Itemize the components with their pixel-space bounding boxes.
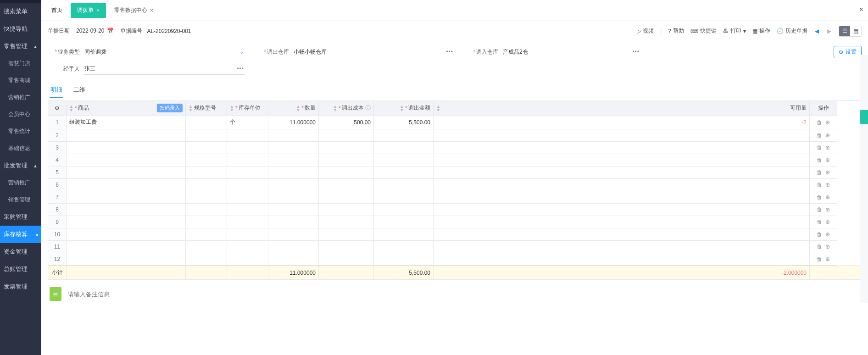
cell[interactable]: 7 bbox=[48, 191, 67, 204]
cell[interactable] bbox=[67, 204, 186, 216]
cell[interactable] bbox=[227, 241, 268, 253]
add-icon[interactable]: ⊕ bbox=[825, 132, 830, 139]
cell[interactable]: 11 bbox=[48, 241, 67, 253]
shortcut-button[interactable]: ⌨快捷键 bbox=[690, 27, 717, 35]
cell[interactable] bbox=[268, 228, 319, 241]
cell[interactable] bbox=[434, 179, 810, 191]
table-row[interactable]: 5🗑 ⊕ bbox=[48, 166, 861, 179]
cell[interactable] bbox=[186, 204, 227, 216]
cell[interactable] bbox=[319, 191, 374, 204]
cell[interactable] bbox=[434, 204, 810, 216]
col-outcost[interactable]: ▲▼*调出成本 ⓘ bbox=[319, 101, 374, 116]
cell[interactable] bbox=[434, 166, 810, 179]
cell[interactable] bbox=[374, 253, 434, 266]
cell[interactable] bbox=[434, 191, 810, 204]
table-row[interactable]: 9🗑 ⊕ bbox=[48, 216, 861, 228]
cell[interactable] bbox=[186, 154, 227, 166]
cell[interactable] bbox=[227, 166, 268, 179]
out-warehouse-select[interactable]: 小畅小畅仓库 ••• bbox=[293, 46, 454, 58]
cell[interactable] bbox=[268, 204, 319, 216]
sidebar-item-retailstats[interactable]: 零售统计 bbox=[0, 123, 41, 140]
scan-badge[interactable]: 扫码录入 bbox=[157, 104, 183, 112]
cell[interactable] bbox=[227, 179, 268, 191]
tab-home[interactable]: 首页 bbox=[45, 3, 69, 18]
cell[interactable]: 2 bbox=[48, 129, 67, 142]
cell[interactable] bbox=[319, 241, 374, 253]
cell[interactable] bbox=[268, 191, 319, 204]
delete-icon[interactable]: 🗑 bbox=[817, 256, 822, 262]
cell[interactable]: 3 bbox=[48, 142, 67, 154]
sidebar-item-inventory[interactable]: 库存核算◂ bbox=[0, 226, 41, 243]
cell[interactable] bbox=[67, 241, 186, 253]
sidebar-group-wholesale[interactable]: 批发管理▲ bbox=[0, 157, 41, 174]
table-row[interactable]: 3🗑 ⊕ bbox=[48, 142, 861, 154]
col-gear[interactable]: ⚙ bbox=[48, 101, 67, 116]
more-icon[interactable]: ••• bbox=[446, 49, 453, 55]
cell[interactable]: 组装加工费 bbox=[67, 116, 186, 129]
cell[interactable] bbox=[227, 253, 268, 266]
cell[interactable] bbox=[374, 179, 434, 191]
cell[interactable] bbox=[186, 142, 227, 154]
cell[interactable] bbox=[268, 166, 319, 179]
add-icon[interactable]: ⊕ bbox=[825, 182, 830, 188]
in-warehouse-select[interactable]: 产成品2仓 ••• bbox=[502, 46, 640, 58]
cell[interactable] bbox=[67, 142, 186, 154]
view-list-icon[interactable]: ☰ bbox=[839, 26, 850, 36]
print-button[interactable]: 🖶打印 ▾ bbox=[723, 27, 746, 35]
tab-2d[interactable]: 二维 bbox=[72, 83, 86, 98]
add-icon[interactable]: ⊕ bbox=[825, 244, 830, 250]
cell[interactable]: 6 bbox=[48, 179, 67, 191]
cell[interactable]: 10 bbox=[48, 228, 67, 241]
cell[interactable]: 5 bbox=[48, 166, 67, 179]
cell[interactable] bbox=[67, 216, 186, 228]
more-icon[interactable]: ••• bbox=[237, 66, 244, 72]
sidebar-item-member[interactable]: 会员中心 bbox=[0, 106, 41, 123]
cell[interactable] bbox=[268, 216, 319, 228]
cell[interactable] bbox=[67, 166, 186, 179]
cell[interactable] bbox=[319, 253, 374, 266]
tab-transfer[interactable]: 调拨单× bbox=[71, 3, 106, 18]
delete-icon[interactable]: 🗑 bbox=[817, 206, 822, 213]
table-row[interactable]: 11🗑 ⊕ bbox=[48, 241, 861, 253]
cell[interactable] bbox=[186, 166, 227, 179]
sidebar-group-retail[interactable]: 零售管理▲ bbox=[0, 38, 41, 55]
delete-icon[interactable]: 🗑 bbox=[817, 244, 822, 250]
cell[interactable] bbox=[268, 179, 319, 191]
delete-icon[interactable]: 🗑 bbox=[817, 231, 822, 238]
cell[interactable] bbox=[434, 253, 810, 266]
cell[interactable] bbox=[319, 154, 374, 166]
delete-icon[interactable]: 🗑 bbox=[817, 132, 822, 139]
cell[interactable] bbox=[434, 216, 810, 228]
delete-icon[interactable]: 🗑 bbox=[817, 119, 822, 126]
cell[interactable] bbox=[67, 191, 186, 204]
cell[interactable]: 12 bbox=[48, 253, 67, 266]
add-icon[interactable]: ⊕ bbox=[825, 144, 830, 151]
delete-icon[interactable]: 🗑 bbox=[817, 169, 822, 176]
sidebar-item-ledger[interactable]: 总账管理 bbox=[0, 261, 41, 278]
add-icon[interactable]: ⊕ bbox=[825, 157, 830, 163]
biztype-select[interactable]: 同价调拨 ⌄ bbox=[83, 46, 245, 58]
cell[interactable] bbox=[319, 216, 374, 228]
cell[interactable]: 4 bbox=[48, 154, 67, 166]
date-input[interactable]: 2022-09-20 📅 bbox=[74, 27, 116, 35]
sidebar-item-baseinfo[interactable]: 基础信息 bbox=[0, 140, 41, 157]
handler-select[interactable]: 张三 ••• bbox=[83, 63, 245, 75]
cell[interactable] bbox=[227, 142, 268, 154]
video-button[interactable]: ▷视频 bbox=[637, 27, 654, 35]
cell[interactable] bbox=[227, 154, 268, 166]
cell[interactable]: 个 bbox=[227, 116, 268, 129]
add-icon[interactable]: ⊕ bbox=[825, 231, 830, 238]
cell[interactable] bbox=[268, 129, 319, 142]
cell[interactable] bbox=[227, 216, 268, 228]
col-available[interactable]: ▲▼可用量 bbox=[434, 101, 810, 116]
sidebar-item-invoice[interactable]: 发票管理 bbox=[0, 278, 41, 295]
tab-retaildata[interactable]: 零售数据中心× bbox=[108, 3, 160, 18]
sidebar-item-marketing2[interactable]: 营销推广 bbox=[0, 174, 41, 191]
cell[interactable] bbox=[227, 191, 268, 204]
cell[interactable] bbox=[374, 166, 434, 179]
cell[interactable] bbox=[319, 204, 374, 216]
sidebar-item-quicknav[interactable]: 快捷导航 bbox=[0, 20, 41, 38]
table-row[interactable]: 7🗑 ⊕ bbox=[48, 191, 861, 204]
cell[interactable] bbox=[434, 129, 810, 142]
sidebar-item-search[interactable]: 搜索菜单 bbox=[0, 3, 41, 20]
